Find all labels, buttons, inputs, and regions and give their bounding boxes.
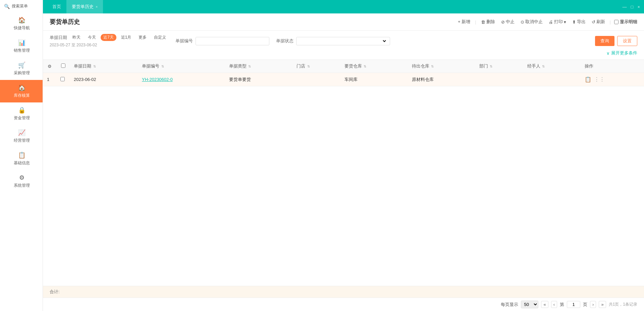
page-size-select[interactable]: 50 100 <box>521 301 538 308</box>
select-all-checkbox[interactable] <box>61 63 65 68</box>
tab-active[interactable]: 要货单历史 × <box>66 0 103 13</box>
export-button[interactable]: ⬆ 导出 <box>571 17 587 26</box>
sidebar-item-purchase[interactable]: 🛒 采购管理 <box>0 57 43 80</box>
first-page-button[interactable]: « <box>541 301 548 308</box>
status-select-wrapper[interactable] <box>296 37 390 45</box>
search-icon: 🔍 <box>4 4 10 9</box>
sidebar-item-shortcut[interactable]: 🏠 快捷导航 <box>0 12 43 35</box>
col-date-label: 单据日期 <box>74 63 91 69</box>
cancel-suspend-button[interactable]: ⊙ 取消中止 <box>519 17 544 26</box>
row-checkbox[interactable] <box>60 77 65 81</box>
doc-number-input[interactable] <box>196 37 269 45</box>
sidebar-item-basic[interactable]: 📋 基础信息 <box>0 147 43 170</box>
col-department[interactable]: 部门 ⇅ <box>475 60 523 73</box>
refresh-button[interactable]: ↺ 刷新 <box>590 17 606 26</box>
inventory-icon: 🏠 <box>18 84 25 91</box>
col-checkbox <box>56 60 70 73</box>
tab-close-icon[interactable]: × <box>96 5 98 9</box>
next-page-button[interactable]: › <box>590 301 596 308</box>
cell-department <box>475 73 523 86</box>
table-row: 1 2023-06-02 YH-20230602-0 要货单要货 车间库 原材料… <box>43 73 644 86</box>
cell-type: 要货单要货 <box>225 73 292 86</box>
col-type[interactable]: 单据类型 ⇅ <box>225 60 292 73</box>
finance-icon: 🔒 <box>18 106 25 114</box>
expand-button[interactable]: ∨ 展开更多条件 <box>606 50 637 56</box>
export-label: 导出 <box>577 19 586 25</box>
status-select[interactable] <box>299 38 387 44</box>
tab-home[interactable]: 首页 <box>47 0 66 13</box>
filter-actions: 查询 设置 <box>595 36 637 46</box>
status-filter: 单据状态 <box>276 37 390 45</box>
doc-number-link[interactable]: YH-20230602-0 <box>142 77 173 82</box>
refresh-label: 刷新 <box>596 19 605 25</box>
setting-button[interactable]: 设置 <box>617 36 637 46</box>
topbar: 首页 要货单历史 × — □ × <box>43 0 644 13</box>
cell-actions: 📋 ⋮⋮ <box>581 73 644 86</box>
maximize-icon[interactable]: □ <box>631 4 634 9</box>
page-size-label: 每页显示 <box>501 302 518 308</box>
col-pending-warehouse[interactable]: 待出仓库 ⇅ <box>408 60 475 73</box>
page-info: 共1页，1条记录 <box>609 302 637 307</box>
delete-label: 删除 <box>486 19 495 25</box>
date-opt-yesterday[interactable]: 昨天 <box>70 34 83 41</box>
suspend-icon: ⊘ <box>501 19 505 25</box>
prev-page-button[interactable]: ‹ <box>551 301 557 308</box>
sidebar-item-finance[interactable]: 🔒 资金管理 <box>0 102 43 125</box>
print-button[interactable]: 🖨 打印 ▾ <box>547 17 568 26</box>
data-table: ⚙ 单据日期 ⇅ 单据编号 ⇅ 单据类型 <box>43 60 644 86</box>
date-opt-1month[interactable]: 近1月 <box>118 34 134 41</box>
col-date-sort-icon: ⇅ <box>93 64 96 68</box>
filter-row-1: 单据日期 昨天 今天 近7天 近1月 更多 自定义 2023-05-27 至 2… <box>50 34 637 48</box>
col-date[interactable]: 单据日期 ⇅ <box>70 60 138 73</box>
delete-button[interactable]: 🗑 删除 <box>480 17 496 26</box>
pagination: 每页显示 50 100 « ‹ 第 页 › » 共1页，1条记录 <box>43 298 644 311</box>
shortcut-icon: 🏠 <box>18 16 25 24</box>
doc-number-filter: 单据编号 <box>175 37 269 45</box>
col-req-warehouse[interactable]: 要货仓库 ⇅ <box>340 60 408 73</box>
col-handler[interactable]: 经手人 ⇅ <box>523 60 581 73</box>
date-filter: 单据日期 昨天 今天 近7天 近1月 更多 自定义 2023-05-27 至 2… <box>50 34 169 48</box>
operations-icon: 📈 <box>18 129 25 136</box>
sidebar-item-label-sales: 销售管理 <box>14 48 30 53</box>
show-detail-toggle[interactable]: 显示明细 <box>614 19 637 25</box>
show-detail-checkbox[interactable] <box>614 20 619 24</box>
date-opt-custom[interactable]: 自定义 <box>151 34 169 41</box>
show-detail-label: 显示明细 <box>620 19 637 25</box>
sidebar-item-operations[interactable]: 📈 经营管理 <box>0 125 43 147</box>
page-title: 要货单历史 <box>50 18 457 26</box>
sidebar-search[interactable]: 🔍 搜索菜单 <box>0 0 43 12</box>
sidebar-item-system[interactable]: ⚙ 系统管理 <box>0 170 43 192</box>
col-handler-label: 经手人 <box>527 63 540 69</box>
date-filter-label: 单据日期 <box>50 35 67 41</box>
col-number-label: 单据编号 <box>142 63 159 69</box>
query-button[interactable]: 查询 <box>595 36 614 46</box>
row-more-icon[interactable]: ⋮⋮ <box>594 76 605 83</box>
col-number-sort-icon: ⇅ <box>161 64 164 68</box>
date-opt-more[interactable]: 更多 <box>136 34 149 41</box>
col-number[interactable]: 单据编号 ⇅ <box>138 60 225 73</box>
col-handler-sort-icon: ⇅ <box>542 64 545 68</box>
date-options: 昨天 今天 近7天 近1月 更多 自定义 <box>70 34 169 41</box>
suspend-button[interactable]: ⊘ 中止 <box>500 17 516 26</box>
close-window-icon[interactable]: × <box>637 4 640 9</box>
table-area: ⚙ 单据日期 ⇅ 单据编号 ⇅ 单据类型 <box>43 60 644 286</box>
cell-checkbox <box>56 73 70 86</box>
cancel-suspend-label: 取消中止 <box>525 19 543 25</box>
date-opt-today[interactable]: 今天 <box>85 34 99 41</box>
sidebar-search-label: 搜索菜单 <box>12 3 28 9</box>
add-button[interactable]: + 新增 <box>457 17 472 26</box>
row-edit-icon[interactable]: 📋 <box>585 76 591 83</box>
col-store[interactable]: 门店 ⇅ <box>292 60 340 73</box>
date-opt-7days[interactable]: 近7天 <box>101 34 116 41</box>
sidebar-item-inventory[interactable]: 🏠 库存核算 <box>0 80 43 102</box>
col-type-sort-icon: ⇅ <box>248 64 251 68</box>
cell-date: 2023-06-02 <box>70 73 138 86</box>
sidebar-item-sales[interactable]: 📊 销售管理 <box>0 35 43 57</box>
last-page-button[interactable]: » <box>599 301 606 308</box>
print-label: 打印 <box>554 19 563 25</box>
page-input[interactable] <box>567 301 580 308</box>
date-range-display: 2023-05-27 至 2023-06-02 <box>50 42 169 48</box>
minimize-icon[interactable]: — <box>623 4 627 9</box>
col-settings[interactable]: ⚙ <box>43 60 56 73</box>
toolbar: + 新增 | 🗑 删除 ⊘ 中止 ⊙ 取消中止 🖨 打印 <box>457 17 637 26</box>
